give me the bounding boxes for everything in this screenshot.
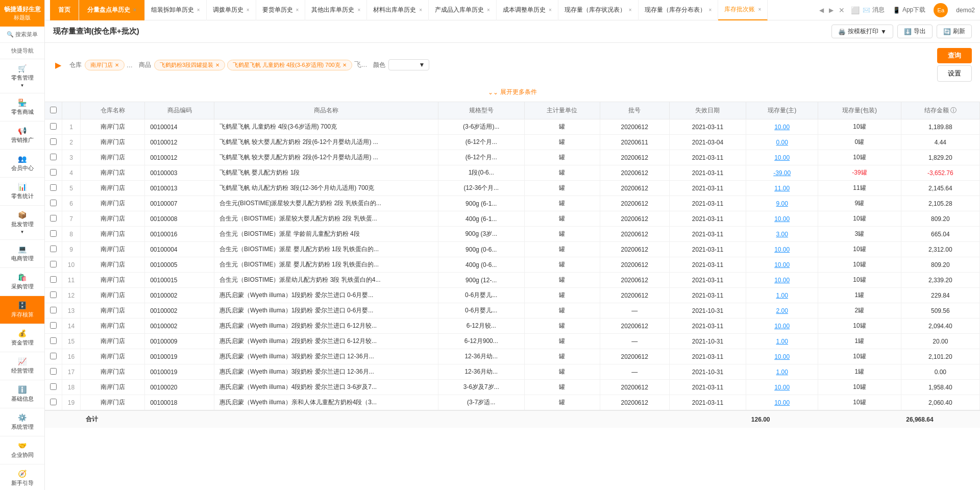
row-qty-main[interactable]: -39.00 [746,165,818,181]
sidebar-item-guide[interactable]: 🧭新手引导 [0,464,44,490]
username[interactable]: demo2 [956,7,975,14]
warehouse-filter-dots[interactable]: ... [127,61,133,69]
row-select-8[interactable] [50,246,57,252]
row-checkbox[interactable] [45,227,62,242]
row-select-10[interactable] [50,276,57,283]
tab-close-9[interactable]: × [709,7,712,13]
sidebar-item-enterprise[interactable]: 🤝企业协同 [0,436,44,464]
row-checkbox[interactable] [45,349,62,364]
tab-10[interactable]: 库存批次账× [718,0,768,20]
row-qty-main[interactable]: 10.00 [746,318,818,334]
row-checkbox[interactable] [45,119,62,135]
row-qty-main[interactable]: 10.00 [746,257,818,273]
row-qty-main[interactable]: 10.00 [746,380,818,395]
arrow-left[interactable]: ◀ [817,6,826,15]
product-filter-dots[interactable]: 飞... [354,60,368,69]
row-select-3[interactable] [50,169,57,176]
row-qty-main[interactable]: 10.00 [746,395,818,411]
export-btn[interactable]: ⬇️ 导出 [897,24,933,38]
row-qty-main[interactable]: 1.00 [746,334,818,349]
row-select-5[interactable] [50,200,57,206]
tab-close-7[interactable]: × [549,7,552,13]
row-checkbox[interactable] [45,364,62,380]
sidebar-item-basic[interactable]: ℹ️基础信息 [0,380,44,408]
row-select-0[interactable] [50,123,57,130]
tab-close-6[interactable]: × [487,7,490,13]
warehouse-tag-close[interactable]: ✕ [115,62,119,68]
sidebar-item-member[interactable]: 👥会员中心 [0,150,44,178]
tab-8[interactable]: 现存量（库存状况表）× [558,0,639,20]
row-qty-main[interactable]: 0.00 [746,135,818,150]
row-qty-main[interactable]: 1.00 [746,364,818,380]
row-checkbox[interactable] [45,181,62,196]
row-checkbox[interactable] [45,303,62,318]
messages-btn[interactable]: ✉️ 消息 [863,6,885,14]
row-select-2[interactable] [50,154,57,160]
row-checkbox[interactable] [45,165,62,181]
tab-0[interactable]: 分量盘点单历史× [79,0,145,20]
sidebar-item-purchase[interactable]: 🛍️采购管理 [0,268,44,296]
row-checkbox[interactable] [45,380,62,395]
close-all-tabs[interactable]: ✕ [836,5,848,15]
row-qty-main[interactable]: 10.00 [746,273,818,288]
sidebar-item-system[interactable]: ⚙️系统管理 [0,408,44,436]
row-qty-main[interactable]: 10.00 [746,242,818,257]
settings-btn[interactable]: 设置 [937,65,972,82]
maximize-tab[interactable]: ⬜ [848,5,863,15]
sidebar-item-retail-mgmt[interactable]: 🛒零售管理▼ [0,59,44,93]
tab-3[interactable]: 要货单历史× [256,0,306,20]
template-print-btn[interactable]: 🖨️ 按模板打印 ▼ [831,24,893,38]
row-select-12[interactable] [50,307,57,313]
row-select-14[interactable] [50,337,57,344]
tab-close-2[interactable]: × [247,7,250,13]
row-checkbox[interactable] [45,150,62,165]
row-qty-main[interactable]: 10.00 [746,349,818,364]
row-checkbox[interactable] [45,211,62,227]
tab-1[interactable]: 组装拆卸单历史× [145,0,207,20]
sidebar-item-retail-stats[interactable]: 📊零售统计 [0,178,44,206]
sidebar-logo[interactable]: 畅捷通好生意 标题版 [0,0,44,27]
row-qty-main[interactable]: 2.00 [746,303,818,318]
row-checkbox[interactable] [45,334,62,349]
tab-2[interactable]: 调拨单历史× [207,0,256,20]
sidebar-item-inventory[interactable]: 🗄️库存核算 [0,296,44,324]
row-select-4[interactable] [50,184,57,191]
row-select-7[interactable] [50,230,57,237]
expand-more-btn[interactable]: ⌄⌄ 展开更多条件 [488,88,537,96]
tab-close-3[interactable]: × [296,7,299,13]
row-select-9[interactable] [50,261,57,267]
sidebar-item-marketing[interactable]: 📢营销推广 [0,121,44,150]
tab-close-1[interactable]: × [197,7,200,13]
tab-close-5[interactable]: × [419,7,422,13]
row-qty-main[interactable]: 11.00 [746,181,818,196]
row-select-1[interactable] [50,138,57,145]
row-checkbox[interactable] [45,135,62,150]
row-select-17[interactable] [50,383,57,390]
row-checkbox[interactable] [45,395,62,411]
sidebar-item-finance[interactable]: 💰资金管理 [0,324,44,352]
product-tag-1-close[interactable]: ✕ [342,62,347,68]
color-input[interactable]: ▼ [388,59,429,70]
select-all-checkbox[interactable] [50,107,57,113]
row-checkbox[interactable] [45,288,62,303]
row-select-15[interactable] [50,353,57,359]
row-qty-main[interactable]: 10.00 [746,119,818,135]
nav-home[interactable]: 首页 [50,0,79,20]
row-qty-main[interactable]: 1.00 [746,288,818,303]
sidebar-item-ecommerce[interactable]: 💻电商管理 [0,240,44,268]
product-tag-0[interactable]: 飞鹤奶粉3段四罐提装 ✕ [154,60,225,70]
row-select-18[interactable] [50,399,57,405]
sidebar-item-retail-shop[interactable]: 🏪零售商城 [0,93,44,121]
tab-4[interactable]: 其他出库单历史× [305,0,367,20]
sidebar-item-operations[interactable]: 📈经营管理 [0,352,44,380]
sidebar-item-wholesale[interactable]: 📦批发管理▼ [0,206,44,240]
row-select-16[interactable] [50,368,57,375]
row-select-6[interactable] [50,215,57,222]
row-checkbox[interactable] [45,273,62,288]
product-tag-0-close[interactable]: ✕ [215,62,219,68]
row-checkbox[interactable] [45,257,62,273]
row-checkbox[interactable] [45,196,62,211]
sidebar-shortcut[interactable]: 快捷导航 [0,43,44,59]
tab-6[interactable]: 产成品入库单历史× [429,0,497,20]
row-select-13[interactable] [50,322,57,329]
